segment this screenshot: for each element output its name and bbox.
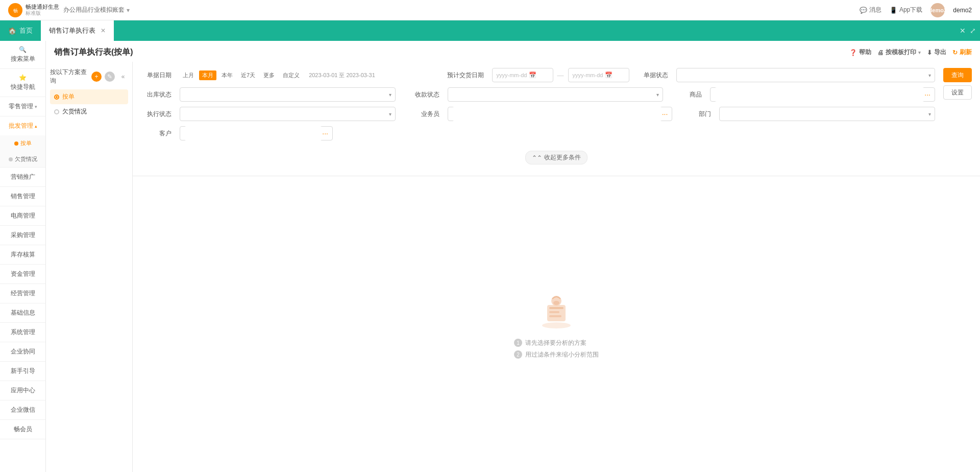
calendar-icon-end: 📅	[605, 72, 612, 79]
sidebar-item-scheme[interactable]: 按单	[0, 135, 45, 151]
exec-status-label: 执行状态	[141, 110, 172, 119]
date-tab-more[interactable]: 更多	[260, 70, 278, 80]
salesperson-input[interactable]: ···	[448, 107, 673, 121]
date-tab-7days[interactable]: 近7天	[238, 70, 258, 80]
logo-area: 畅 畅捷通好生意 标准版	[8, 3, 59, 17]
app-download-button[interactable]: 📱 App下载	[890, 6, 922, 14]
tab-bar: 🏠 首页 销售订单执行表 ✕ ✕ ⤢	[0, 20, 980, 41]
step-num-1: 1	[514, 339, 522, 347]
empty-step-2: 2 用过滤条件来缩小分析范围	[514, 350, 599, 359]
department-wrapper	[719, 107, 935, 121]
calendar-icon-start: 📅	[529, 72, 536, 79]
sidebar-item-quicknav[interactable]: ⭐ 快捷导航	[0, 69, 45, 97]
goods-input-field[interactable]	[715, 87, 924, 102]
outbound-status-label: 出库状态	[141, 90, 172, 99]
content-inner: 按以下方案查询 + ✎ «	[46, 62, 980, 472]
customer-input-field[interactable]	[184, 126, 322, 140]
print-icon: 🖨	[877, 49, 884, 56]
sidebar-item-system[interactable]: 系统管理	[0, 323, 45, 342]
collapse-panel-button[interactable]: «	[118, 72, 128, 82]
step-num-2: 2	[514, 350, 522, 359]
search-button[interactable]: 查询	[943, 68, 972, 82]
tab-close-all-icon[interactable]: ✕	[960, 27, 966, 35]
sidebar-item-purchase[interactable]: 采购管理	[0, 226, 45, 245]
quicknav-icon: ⭐	[19, 74, 27, 81]
goods-more-icon[interactable]: ···	[924, 90, 930, 99]
predict-date-end[interactable]: yyyy-mm-dd 📅	[568, 68, 629, 82]
add-scheme-button[interactable]: +	[91, 72, 102, 82]
refresh-button[interactable]: ↻ 刷新	[952, 48, 972, 57]
receipt-status-select[interactable]	[448, 87, 664, 102]
tab-sales-exec[interactable]: 销售订单执行表 ✕	[41, 20, 114, 41]
single-status-label: 单据状态	[638, 71, 668, 80]
sidebar-item-finance[interactable]: 资金管理	[0, 265, 45, 284]
sidebar-item-operations[interactable]: 经营管理	[0, 284, 45, 303]
avatar[interactable]: demo2	[930, 3, 945, 17]
single-status-select[interactable]	[676, 68, 936, 82]
sidebar-item-ecommerce[interactable]: 电商管理	[0, 206, 45, 226]
predict-date-input: yyyy-mm-dd 📅 — yyyy-mm-dd 📅	[492, 68, 629, 82]
logo-text: 畅捷通好生意 标准版	[26, 4, 59, 16]
sidebar-item-corpwechat[interactable]: 企业微信	[0, 400, 45, 420]
date-tab-this-month[interactable]: 本月	[199, 70, 216, 80]
filter-row-2: 出库状态 收款状态 商品	[141, 87, 935, 102]
search-icon: 🔍	[19, 46, 27, 53]
svg-point-2	[542, 322, 571, 328]
tab-expand-icon[interactable]: ⤢	[970, 27, 976, 35]
svg-rect-5	[549, 311, 559, 313]
department-select[interactable]	[719, 107, 935, 121]
export-button[interactable]: ⬇ 导出	[927, 48, 946, 57]
main-layout: 🔍 搜索菜单 ⭐ 快捷导航 零售管理 ▾ 批发管理 ▴ 按单	[0, 41, 980, 472]
goods-input[interactable]: ···	[710, 87, 935, 102]
date-tabs: 上月 本月 本年 近7天 更多 自定义	[180, 70, 303, 80]
sidebar-item-wholesale[interactable]: 批发管理 ▴	[0, 116, 45, 135]
top-bar-right: 💬 消息 📱 App下载 demo2 demo2	[860, 3, 972, 17]
message-button[interactable]: 💬 消息	[860, 6, 881, 14]
tab-home[interactable]: 🏠 首页	[0, 20, 41, 41]
sidebar-item-member[interactable]: 畅会员	[0, 420, 45, 439]
empty-steps: 1 请先选择要分析的方案 2 用过滤条件来缩小分析范围	[514, 339, 599, 359]
sidebar-item-appcenter[interactable]: 应用中心	[0, 381, 45, 400]
help-button[interactable]: ❓ 帮助	[849, 48, 871, 57]
sidebar-item-newbie[interactable]: 新手引导	[0, 362, 45, 381]
edit-scheme-button[interactable]: ✎	[105, 72, 115, 82]
receipt-status-label: 收款状态	[404, 90, 439, 99]
outbound-status-select[interactable]	[180, 87, 396, 102]
date-tab-custom[interactable]: 自定义	[280, 70, 303, 80]
single-date-label: 单据日期	[141, 71, 172, 80]
date-tab-last-month[interactable]: 上月	[180, 70, 197, 80]
chevron-up-icon: ⌃⌃	[532, 154, 542, 161]
customer-more-icon[interactable]: ···	[322, 129, 328, 137]
tab-close-icon[interactable]: ✕	[101, 27, 106, 34]
sidebar-item-marketing[interactable]: 营销推广	[0, 168, 45, 187]
sidebar-item-inventory[interactable]: 库存核算	[0, 245, 45, 265]
empty-step-1: 1 请先选择要分析的方案	[514, 339, 586, 347]
sidebar-item-retail[interactable]: 零售管理 ▾	[0, 97, 45, 116]
left-panel-header: 按以下方案查询 + ✎ «	[50, 68, 128, 85]
tab-bar-right: ✕ ⤢	[960, 27, 980, 35]
scheme-item-按单[interactable]: 按单	[50, 89, 128, 104]
exec-status-wrapper	[180, 107, 396, 121]
content-area: 销售订单执行表(按单) ❓ 帮助 🖨 按模板打印 ▾ ⬇ 导出 ↻ 刷新	[46, 41, 980, 472]
outbound-status-wrapper	[180, 87, 396, 102]
setting-button[interactable]: 设置	[943, 85, 972, 100]
filter-row-3: 执行状态 业务员 ··· 部门	[141, 107, 935, 121]
date-tab-this-year[interactable]: 本年	[218, 70, 236, 80]
collapse-button[interactable]: ⌃⌃ 收起更多条件	[525, 151, 587, 164]
customer-input[interactable]: ···	[180, 126, 333, 140]
scheme-item-欠货情况[interactable]: 欠货情况	[50, 104, 128, 119]
predict-date-start[interactable]: yyyy-mm-dd 📅	[492, 68, 553, 82]
print-button[interactable]: 🖨 按模板打印 ▾	[877, 48, 921, 57]
salesperson-input-field[interactable]	[452, 107, 662, 121]
sidebar-item-search[interactable]: 🔍 搜索菜单	[0, 41, 45, 69]
sidebar-item-sales[interactable]: 销售管理	[0, 187, 45, 206]
salesperson-more-icon[interactable]: ···	[662, 110, 668, 118]
sidebar-item-basic[interactable]: 基础信息	[0, 303, 45, 323]
sidebar-item-enterprise[interactable]: 企业协同	[0, 342, 45, 362]
exec-status-select[interactable]	[180, 107, 396, 121]
svg-rect-6	[549, 315, 561, 317]
sidebar-item-receivable[interactable]: 欠货情况	[0, 151, 45, 167]
active-dot	[14, 141, 18, 146]
filter-fields: 单据日期 上月 本月 本年 近7天 更多 自定义	[141, 68, 935, 146]
customer-label: 客户	[141, 129, 172, 138]
